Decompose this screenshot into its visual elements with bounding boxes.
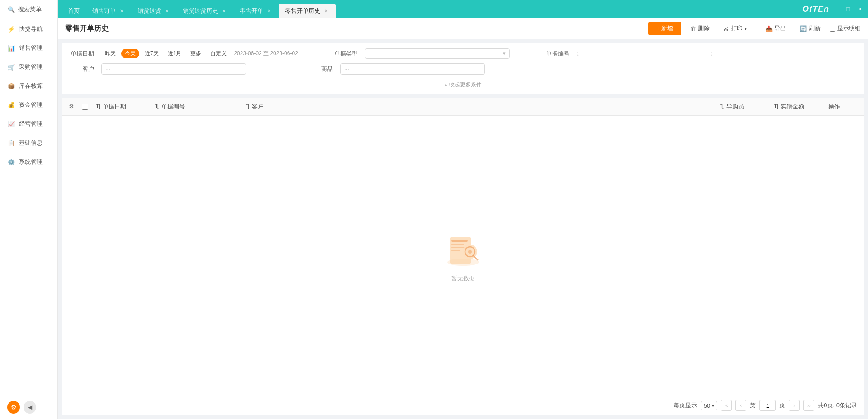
date-shortcuts: 昨天 今天 近7天 近1月 更多 自定义 2023-06-02 至 2023-0… xyxy=(101,49,298,58)
date-btn-today[interactable]: 今天 xyxy=(121,49,139,58)
filter-row-customer: 客户 ··· 商品 ··· xyxy=(69,63,857,75)
tab-sales-return-history[interactable]: 销货退货历史✕ xyxy=(176,4,233,18)
sidebar-item-sales-mgmt[interactable]: 📊 销售管理 xyxy=(0,38,57,57)
tab-sales-order[interactable]: 销售订单✕ xyxy=(86,4,131,18)
svg-rect-4 xyxy=(451,247,466,248)
sidebar-item-operations[interactable]: 📈 经营管理 xyxy=(0,114,57,133)
filter-more-row: ∧ 收起更多条件 xyxy=(69,79,857,89)
tabs-container: 首页销售订单✕销货退货✕销货退货历史✕零售开单✕零售开单历史✕ xyxy=(62,0,336,18)
col-header-num[interactable]: ⇅ 单据编号 xyxy=(151,103,242,111)
date-btn-yesterday[interactable]: 昨天 xyxy=(101,49,119,58)
purchase-mgmt-icon: 🛒 xyxy=(7,63,15,71)
finance-icon: 💰 xyxy=(7,101,15,109)
tab-close-sales-return-history[interactable]: ✕ xyxy=(221,8,227,14)
basic-info-icon: 📋 xyxy=(7,139,15,147)
page-size-select[interactable]: 50 ▾ xyxy=(701,401,717,410)
table-settings-btn[interactable]: ⚙ xyxy=(65,100,78,113)
prev-page-btn[interactable]: ‹ xyxy=(735,400,746,411)
tab-close-retail-open[interactable]: ✕ xyxy=(266,8,272,14)
delete-icon: 🗑 xyxy=(690,25,696,32)
goods-input[interactable]: ··· xyxy=(340,63,485,75)
tab-retail-open[interactable]: 零售开单✕ xyxy=(233,4,279,18)
tab-label-sales-order: 销售订单 xyxy=(92,7,116,15)
svg-rect-2 xyxy=(451,240,468,242)
page-label: 第 xyxy=(750,401,756,410)
sidebar-nav: ⚡ 快捷导航 📊 销售管理 🛒 采购管理 📦 库存核算 💰 资金管理 📈 经营管… xyxy=(0,19,57,395)
last-page-btn[interactable]: » xyxy=(803,400,814,411)
sidebar-item-quick-nav[interactable]: ⚡ 快捷导航 xyxy=(0,19,57,38)
date-btn-7days[interactable]: 近7天 xyxy=(141,49,162,58)
minimize-btn[interactable]: － xyxy=(832,5,841,14)
page-size-chevron: ▾ xyxy=(712,403,714,408)
tab-label-retail-open: 零售开单 xyxy=(240,7,263,15)
goods-label: 商品 xyxy=(308,65,333,73)
next-page-btn[interactable]: › xyxy=(789,400,800,411)
chevron-up-icon: ∧ xyxy=(444,82,447,87)
col-header-customer[interactable]: ⇅ 客户 xyxy=(242,103,716,111)
first-page-btn[interactable]: « xyxy=(721,400,732,411)
print-button[interactable]: 🖨 打印 ▾ xyxy=(719,22,751,35)
filter-collapse-btn[interactable]: ∧ 收起更多条件 xyxy=(444,81,482,89)
maximize-btn[interactable]: □ xyxy=(844,5,853,14)
toolbar: 零售开单历史 + 新增 🗑 删除 🖨 打印 ▾ 📤 导出 � xyxy=(58,18,868,39)
export-icon: 📤 xyxy=(765,25,773,32)
table-section: ⚙ ⇅ 单据日期 ⇅ 单据编号 ⇅ 客户 ⇅ 导购员 xyxy=(62,98,864,415)
sidebar-item-label: 销售管理 xyxy=(19,44,43,52)
sidebar-search-btn[interactable]: 🔍 搜索菜单 xyxy=(0,0,57,19)
sidebar-item-finance[interactable]: 💰 资金管理 xyxy=(0,95,57,114)
delete-button[interactable]: 🗑 删除 xyxy=(686,22,714,35)
content-area: 零售开单历史 + 新增 🗑 删除 🖨 打印 ▾ 📤 导出 � xyxy=(58,18,868,419)
toolbar-divider xyxy=(756,24,756,33)
customer-label: 客户 xyxy=(69,65,94,73)
refresh-icon: 🔄 xyxy=(800,25,807,32)
sys-mgmt-icon: ⚙️ xyxy=(7,158,15,166)
sidebar-collapse-btn[interactable]: ◀ xyxy=(24,401,36,414)
close-btn[interactable]: × xyxy=(855,5,864,14)
sidebar-item-basic-info[interactable]: 📋 基础信息 xyxy=(0,133,57,152)
add-button[interactable]: + 新增 xyxy=(648,22,681,35)
total-info: 共0页, 0条记录 xyxy=(818,401,857,410)
main-area: 首页销售订单✕销货退货✕销货退货历史✕零售开单✕零售开单历史✕ OfTEn － … xyxy=(58,0,868,419)
col-header-ops: 操作 xyxy=(825,103,861,111)
svg-point-9 xyxy=(468,250,472,254)
tab-home[interactable]: 首页 xyxy=(62,4,86,18)
bill-type-label: 单据类型 xyxy=(332,50,358,58)
export-button[interactable]: 📤 导出 xyxy=(761,22,791,35)
tab-close-sales-order[interactable]: ✕ xyxy=(119,8,125,14)
sidebar-item-sys-mgmt[interactable]: ⚙️ 系统管理 xyxy=(0,152,57,171)
bill-num-input[interactable] xyxy=(577,52,712,56)
date-btn-1month[interactable]: 近1月 xyxy=(164,49,185,58)
col-header-amount[interactable]: ⇅ 实销金额 xyxy=(770,103,825,111)
tab-close-retail-open-history[interactable]: ✕ xyxy=(323,8,329,14)
date-btn-custom[interactable]: 自定义 xyxy=(207,49,230,58)
customer-input[interactable]: ··· xyxy=(101,63,246,75)
sidebar-item-label: 系统管理 xyxy=(19,158,43,166)
refresh-button[interactable]: 🔄 刷新 xyxy=(795,22,825,35)
print-icon: 🖨 xyxy=(723,25,729,32)
filter-row-date: 单据日期 昨天 今天 近7天 近1月 更多 自定义 2023-06-02 至 2… xyxy=(69,48,857,59)
sidebar-item-purchase-mgmt[interactable]: 🛒 采购管理 xyxy=(0,57,57,76)
bill-type-select[interactable]: ▾ xyxy=(365,48,510,59)
tab-retail-open-history[interactable]: 零售开单历史✕ xyxy=(279,4,336,18)
empty-illustration xyxy=(441,228,486,269)
date-btn-more[interactable]: 更多 xyxy=(187,49,205,58)
page-number-input[interactable] xyxy=(759,400,776,411)
print-dropdown-icon: ▾ xyxy=(745,26,747,31)
col-header-date[interactable]: ⇅ 单据日期 xyxy=(92,103,151,111)
sidebar-search-label: 搜索菜单 xyxy=(18,5,42,14)
date-filter-label: 单据日期 xyxy=(69,50,94,58)
display-detail-checkbox[interactable] xyxy=(830,26,835,32)
select-all-checkbox[interactable] xyxy=(82,104,88,110)
sidebar: 🔍 搜索菜单 ⚡ 快捷导航 📊 销售管理 🛒 采购管理 📦 库存核算 💰 资金管… xyxy=(0,0,58,419)
sidebar-settings-btn[interactable]: ⚙ xyxy=(7,401,20,414)
tab-close-sales-return[interactable]: ✕ xyxy=(164,8,170,14)
col-header-guide[interactable]: ⇅ 导购员 xyxy=(716,103,770,111)
display-detail-toggle[interactable]: 显示明细 xyxy=(830,24,861,33)
tabs-bar: 首页销售订单✕销货退货✕销货退货历史✕零售开单✕零售开单历史✕ OfTEn － … xyxy=(58,0,868,18)
sidebar-item-inventory[interactable]: 📦 库存核算 xyxy=(0,76,57,95)
tab-label-sales-return: 销货退货 xyxy=(138,7,161,15)
table-header: ⚙ ⇅ 单据日期 ⇅ 单据编号 ⇅ 客户 ⇅ 导购员 xyxy=(62,98,864,116)
tab-sales-return[interactable]: 销货退货✕ xyxy=(131,4,176,18)
pagination: 每页显示 50 ▾ « ‹ 第 页 › » 共0页, 0条记录 xyxy=(62,395,864,415)
toolbar-actions: + 新增 🗑 删除 🖨 打印 ▾ 📤 导出 🔄 刷新 xyxy=(648,22,861,35)
